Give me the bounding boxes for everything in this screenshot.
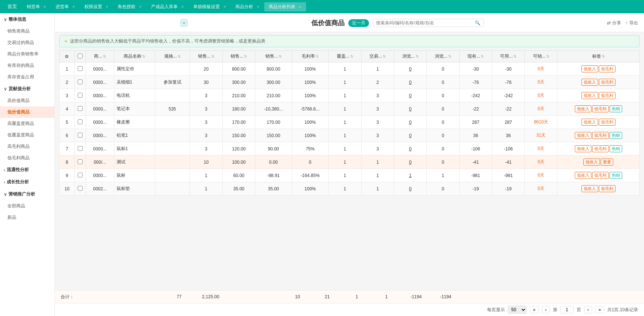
row-name[interactable]: 吴细细1 xyxy=(114,76,155,89)
row-views1[interactable]: 0 xyxy=(394,76,426,89)
row-checkbox-cell[interactable] xyxy=(74,142,85,156)
row-checkbox[interactable] xyxy=(78,146,83,151)
views1-link[interactable]: 0 xyxy=(409,80,412,85)
row-name[interactable]: 鼠标1 xyxy=(114,142,155,156)
row-checkbox-cell[interactable] xyxy=(74,62,85,76)
col-transactions[interactable]: 交易...⇅ xyxy=(361,51,394,62)
sidebar-item-low-coverage[interactable]: 低覆盖度商品 xyxy=(0,129,54,141)
col-available[interactable]: 可用...⇅ xyxy=(492,51,524,62)
row-checkbox-cell[interactable] xyxy=(74,76,85,89)
sidebar-item-high-margin[interactable]: 高毛利商品 xyxy=(0,141,54,152)
views1-link[interactable]: 0 xyxy=(409,186,412,191)
table-row[interactable]: 6 0000... 铅笔1 3 150.00 150.00 100% 1 3 0… xyxy=(60,129,640,142)
nav-purchase[interactable]: 进货单 × xyxy=(51,2,79,11)
row-views1[interactable]: 0 xyxy=(394,102,426,116)
row-name[interactable]: 笔记本 xyxy=(114,102,155,116)
table-row[interactable]: 9 0000... 鼠标 1 60.00 -98.91 -164.85% 1 1… xyxy=(60,169,640,182)
search-box[interactable]: 🔍 xyxy=(373,19,484,27)
row-views1[interactable]: 1 xyxy=(394,169,426,182)
col-code[interactable]: 商...⇅ xyxy=(85,51,114,62)
next-page-btn[interactable]: › xyxy=(584,306,592,313)
table-row[interactable]: 1 0000... 属性定价 20 800.00 800.00 100% 1 1… xyxy=(60,62,640,76)
per-page-select[interactable]: 50 100 200 xyxy=(508,306,527,314)
table-row[interactable]: 5 0000... 橡皮擦 3 170.00 170.00 100% 1 3 0… xyxy=(60,116,640,129)
col-current-stock[interactable]: 现有...⇅ xyxy=(459,51,492,62)
nav-purchase-close[interactable]: × xyxy=(73,4,75,9)
row-checkbox-cell[interactable] xyxy=(74,129,85,142)
table-row[interactable]: 7 0000... 鼠标1 3 120.00 90.00 75% 1 3 0 0… xyxy=(60,142,640,156)
table-row[interactable]: 2 0000... 吴细细1 参加复试 30 300.00 300.00 100… xyxy=(60,76,640,89)
row-checkbox[interactable] xyxy=(78,173,83,177)
col-spec[interactable]: 规格...⇅ xyxy=(155,51,189,62)
sidebar-group-overall[interactable]: ∨ 整体信息 xyxy=(0,13,54,26)
row-name[interactable]: 测试 xyxy=(114,156,155,169)
views1-link[interactable]: 0 xyxy=(409,106,412,112)
first-page-btn[interactable]: « xyxy=(530,306,539,313)
sidebar-item-stock-goods[interactable]: 有库存的商品 xyxy=(0,60,54,71)
sidebar-item-low-margin[interactable]: 低毛利商品 xyxy=(0,152,54,164)
row-checkbox[interactable] xyxy=(78,93,83,98)
prev-page-btn[interactable]: ‹ xyxy=(542,306,550,313)
col-name[interactable]: 商品名称⇅ xyxy=(114,51,155,62)
row-name[interactable]: 鼠标垫 xyxy=(114,182,155,196)
sidebar-item-low-value[interactable]: 低价值商品 xyxy=(0,106,54,118)
table-row[interactable]: 3 0000... 电话机 3 210.00 210.00 100% 1 3 0… xyxy=(60,89,640,102)
col-sales-profit[interactable]: 销售...⇅ xyxy=(255,51,292,62)
nav-role[interactable]: 角色授权 × xyxy=(113,2,146,11)
nav-goods-list[interactable]: 商品分析列表 × xyxy=(264,2,306,11)
row-checkbox[interactable] xyxy=(78,159,83,164)
row-checkbox-cell[interactable] xyxy=(74,116,85,129)
sidebar-item-all-goods[interactable]: 全部商品 xyxy=(0,200,54,212)
nav-permission-close[interactable]: × xyxy=(106,4,108,9)
views1-link[interactable]: 0 xyxy=(409,146,412,152)
nav-permission[interactable]: 权限设置 × xyxy=(80,2,113,11)
export-button[interactable]: ↑ 导出 xyxy=(625,20,638,26)
row-views1[interactable]: 0 xyxy=(394,142,426,156)
sidebar-item-sales-goods[interactable]: 销售类商品 xyxy=(0,26,54,37)
collapse-sidebar-btn[interactable]: « xyxy=(180,19,188,27)
row-views1[interactable]: 0 xyxy=(394,62,426,76)
col-sellable[interactable]: 可销...⇅ xyxy=(525,51,557,62)
table-row[interactable]: 4 0000... 笔记本 535 3 180.00 -10,380... -5… xyxy=(60,102,640,116)
views1-link[interactable]: 0 xyxy=(409,93,412,98)
row-checkbox[interactable] xyxy=(78,66,83,71)
col-views1[interactable]: 浏览...⇅ xyxy=(394,51,426,62)
row-views1[interactable]: 0 xyxy=(394,182,426,196)
nav-home[interactable]: 首页 xyxy=(3,2,21,11)
sidebar-group-circulation[interactable]: › 流通性分析 xyxy=(0,164,54,176)
row-views1[interactable]: 0 xyxy=(394,129,426,142)
row-checkbox[interactable] xyxy=(78,186,83,191)
nav-goods-analysis[interactable]: 商品分析 × xyxy=(231,2,264,11)
search-icon[interactable]: 🔍 xyxy=(475,20,480,26)
row-name[interactable]: 橡皮擦 xyxy=(114,116,155,129)
select-all-checkbox[interactable] xyxy=(78,54,83,58)
row-views1[interactable]: 0 xyxy=(394,89,426,102)
views1-link[interactable]: 0 xyxy=(409,133,412,138)
row-checkbox[interactable] xyxy=(78,133,83,137)
search-input[interactable] xyxy=(376,20,475,26)
nav-sales[interactable]: 销货单 × xyxy=(22,2,50,11)
col-settings[interactable]: ⚙ xyxy=(60,51,75,62)
sidebar-group-marketing[interactable]: ∨ 营销推广分析 xyxy=(0,188,54,200)
nav-product-in[interactable]: 产成品入库单 × xyxy=(147,2,188,11)
nav-product-in-close[interactable]: × xyxy=(181,4,184,9)
views1-link[interactable]: 0 xyxy=(409,160,412,165)
sidebar-item-stock-capital[interactable]: 库存资金占用 xyxy=(0,71,54,83)
views1-link[interactable]: 1 xyxy=(409,173,412,178)
sidebar-item-high-value[interactable]: 高价值商品 xyxy=(0,95,54,106)
sidebar-group-growth[interactable]: › 成长性分析 xyxy=(0,176,54,188)
row-checkbox-cell[interactable] xyxy=(74,169,85,182)
sidebar-item-high-coverage[interactable]: 高覆盖度商品 xyxy=(0,118,54,129)
row-checkbox-cell[interactable] xyxy=(74,182,85,196)
col-tags[interactable]: 标签⇅ xyxy=(557,51,640,62)
filter-recent-month[interactable]: 近一月 xyxy=(348,19,369,27)
row-views1[interactable]: 0 xyxy=(394,156,426,169)
row-name[interactable]: 鼠标 xyxy=(114,169,155,182)
page-number-input[interactable] xyxy=(560,306,574,313)
row-name[interactable]: 铅笔1 xyxy=(114,129,155,142)
col-coverage[interactable]: 覆盖...⇅ xyxy=(329,51,361,62)
views1-link[interactable]: 0 xyxy=(409,120,412,125)
table-row[interactable]: 8 000/... 测试 10 100.00 0.00 0 1 1 0 0 -4… xyxy=(60,156,640,169)
row-checkbox-cell[interactable] xyxy=(74,156,85,169)
col-sales-qty[interactable]: 销售...⇅ xyxy=(190,51,222,62)
